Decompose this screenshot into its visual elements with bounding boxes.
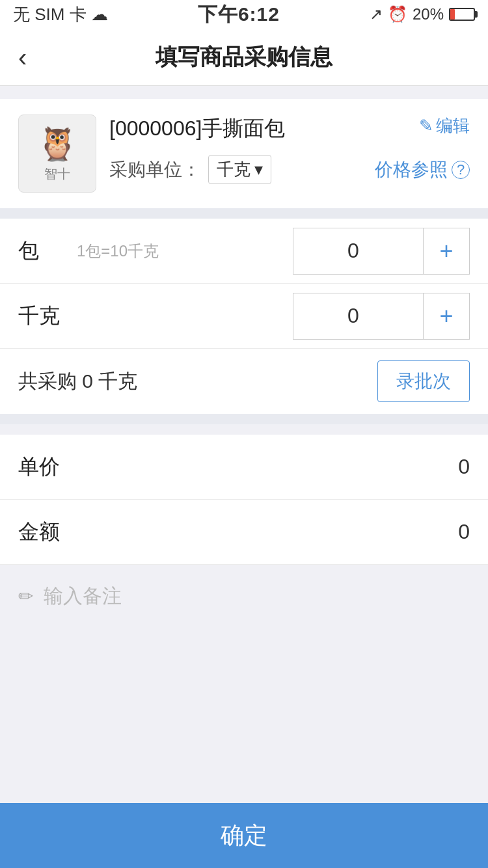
unit-select[interactable]: 千克 ▾ xyxy=(208,155,271,184)
amount-row: 金额 0 xyxy=(0,500,488,565)
package-plus-button[interactable]: + xyxy=(423,228,470,275)
package-label: 包 xyxy=(18,237,70,265)
unit-value: 千克 xyxy=(217,158,251,181)
alarm-icon: ⏰ xyxy=(388,5,407,23)
kg-label: 千克 xyxy=(18,302,70,331)
notes-placeholder: 输入备注 xyxy=(44,583,122,610)
total-label: 共采购 0 千克 xyxy=(18,368,377,395)
notes-section[interactable]: ✏ 输入备注 xyxy=(0,565,488,628)
back-button[interactable]: ‹ xyxy=(18,44,27,70)
status-time: 下午6:12 xyxy=(198,1,280,28)
separator-1 xyxy=(0,208,488,219)
package-input[interactable] xyxy=(293,228,423,275)
dropdown-icon: ▾ xyxy=(254,159,263,180)
product-thumbnail: 🦉 智十 xyxy=(18,115,96,193)
amount-label: 金额 xyxy=(18,518,458,547)
kg-plus-button[interactable]: + xyxy=(423,293,470,340)
product-header: [0000006]手撕面包 ✎ 编辑 xyxy=(109,115,470,143)
package-input-row: 包 1包=10千克 + xyxy=(0,219,488,284)
product-name: [0000006]手撕面包 xyxy=(109,115,285,143)
pencil-icon: ✏ xyxy=(18,586,33,607)
edit-label: 编辑 xyxy=(436,115,470,137)
amount-value: 0 xyxy=(458,520,470,544)
product-thumb-icon: 🦉 xyxy=(37,125,77,163)
package-sublabel: 1包=10千克 xyxy=(77,241,293,262)
product-card: 🦉 智十 [0000006]手撕面包 ✎ 编辑 采购单位： 千克 ▾ 价格参照 … xyxy=(0,99,488,208)
status-bar: 无 SIM 卡 ☁ 下午6:12 ↗ ⏰ 20% xyxy=(0,0,488,29)
bottom-spacer xyxy=(0,628,488,758)
product-unit-row: 采购单位： 千克 ▾ 价格参照 ? xyxy=(109,155,470,184)
record-batch-button[interactable]: 录批次 xyxy=(377,360,470,402)
kg-input[interactable] xyxy=(293,293,423,340)
kg-input-right: + xyxy=(293,293,470,340)
product-thumb-brand: 智十 xyxy=(44,165,70,183)
kg-input-row: 千克 + xyxy=(0,284,488,349)
unit-price-row: 单价 0 xyxy=(0,435,488,500)
edit-link[interactable]: ✎ 编辑 xyxy=(419,115,470,137)
unit-price-value: 0 xyxy=(458,455,470,479)
input-section: 包 1包=10千克 + 千克 + xyxy=(0,219,488,349)
location-icon: ↗ xyxy=(370,5,383,23)
status-right: ↗ ⏰ 20% xyxy=(370,5,475,23)
price-ref-label: 价格参照 xyxy=(375,157,448,182)
product-info: [0000006]手撕面包 ✎ 编辑 采购单位： 千克 ▾ 价格参照 ? xyxy=(109,115,470,184)
price-section: 单价 0 金额 0 xyxy=(0,435,488,565)
edit-icon: ✎ xyxy=(419,116,433,136)
separator-2 xyxy=(0,414,488,424)
price-ref-button[interactable]: 价格参照 ? xyxy=(375,157,470,182)
package-input-right: + xyxy=(293,228,470,275)
unit-price-label: 单价 xyxy=(18,453,458,481)
battery-percent: 20% xyxy=(413,5,444,23)
sim-label: 无 SIM 卡 ☁ xyxy=(13,3,108,26)
unit-label: 采购单位： xyxy=(109,157,200,182)
status-left: 无 SIM 卡 ☁ xyxy=(13,3,108,26)
page-title: 填写商品采购信息 xyxy=(156,42,332,72)
nav-bar: ‹ 填写商品采购信息 xyxy=(0,29,488,86)
total-row: 共采购 0 千克 录批次 xyxy=(0,349,488,414)
confirm-button[interactable]: 确定 xyxy=(0,803,488,868)
battery-icon xyxy=(449,8,475,21)
price-ref-help-icon: ? xyxy=(452,161,470,179)
